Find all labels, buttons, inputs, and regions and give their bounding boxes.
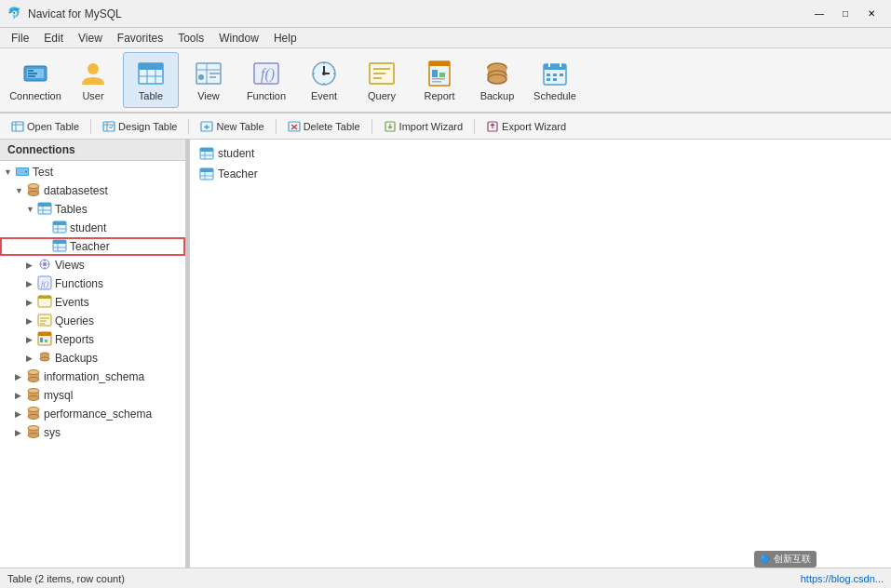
- tree-item-mysql-label: mysql: [44, 389, 73, 402]
- svg-point-120: [28, 425, 39, 430]
- tree-item-sys[interactable]: ▶ sys: [0, 423, 185, 442]
- svg-rect-41: [544, 64, 566, 70]
- toolbar-query[interactable]: Query: [354, 52, 410, 108]
- export-wizard-button[interactable]: Export Wizard: [480, 118, 572, 135]
- toolbar-user[interactable]: User: [65, 52, 121, 108]
- tree-item-reports-label: Reports: [55, 333, 94, 346]
- database-icon: [26, 182, 41, 200]
- toolbar-report[interactable]: Report: [412, 52, 467, 108]
- table-icon: [136, 59, 166, 88]
- list-item-student[interactable]: student: [194, 143, 887, 164]
- open-table-icon: [11, 120, 24, 133]
- main-area: Connections ▼ Test ▼ databasetest ▼: [0, 140, 891, 568]
- svg-point-5: [88, 63, 99, 74]
- tree-item-databasetest[interactable]: ▼ databasetest: [0, 181, 185, 200]
- expand-arrow-test: ▼: [4, 167, 15, 177]
- svg-point-20: [322, 72, 326, 75]
- teacher-table-icon: [199, 167, 214, 181]
- delete-table-icon: [288, 120, 301, 133]
- toolbar-schedule[interactable]: Schedule: [527, 52, 583, 108]
- toolbar-backup[interactable]: Backup: [469, 52, 525, 108]
- database-icon-5: [26, 424, 41, 442]
- menu-favorites[interactable]: Favorites: [110, 30, 170, 47]
- minimize-button[interactable]: —: [807, 5, 831, 23]
- design-table-button[interactable]: Design Table: [97, 118, 182, 135]
- list-item-teacher[interactable]: Teacher: [194, 164, 887, 184]
- tree-item-tables[interactable]: ▼ Tables: [0, 200, 185, 219]
- right-panel: student Teacher: [190, 140, 891, 568]
- toolbar-schedule-label: Schedule: [533, 90, 576, 101]
- toolbar-table[interactable]: Table: [123, 52, 179, 108]
- import-wizard-button[interactable]: Import Wizard: [378, 118, 468, 135]
- svg-rect-47: [547, 78, 550, 81]
- open-table-button[interactable]: Open Table: [6, 118, 85, 135]
- tree-item-queries[interactable]: ▶ Queries: [0, 312, 185, 330]
- table-row-icon: [52, 220, 67, 237]
- toolbar-view[interactable]: View: [181, 52, 236, 108]
- expand-arrow-sys: ▶: [15, 428, 26, 437]
- svg-point-111: [28, 395, 39, 400]
- menu-window[interactable]: Window: [211, 30, 266, 47]
- tree-item-databasetest-label: databasetest: [44, 184, 108, 197]
- events-icon: [37, 294, 52, 312]
- expand-arrow-performance-schema: ▶: [15, 409, 26, 419]
- toolbar-connection[interactable]: Connection: [7, 52, 63, 108]
- new-table-button[interactable]: New Table: [195, 118, 269, 135]
- tree-item-teacher-label: Teacher: [70, 240, 110, 253]
- delete-table-button[interactable]: Delete Table: [282, 118, 366, 135]
- tree-item-backups[interactable]: ▶ Backups: [0, 349, 185, 368]
- menu-bar: File Edit View Favorites Tools Window He…: [0, 28, 891, 48]
- expand-arrow-queries: ▶: [26, 316, 37, 326]
- view-icon: [194, 59, 223, 88]
- tree-item-views[interactable]: ▶ Views: [0, 256, 185, 274]
- watermark-icon: 🔷: [760, 555, 770, 564]
- tree-item-performance-schema[interactable]: ▶ performance_schema: [0, 405, 185, 423]
- svg-rect-31: [432, 70, 438, 77]
- separator-1: [90, 119, 91, 134]
- connections-header: Connections: [0, 140, 185, 161]
- tree-item-teacher[interactable]: ▶ Teacher: [0, 237, 185, 256]
- menu-help[interactable]: Help: [266, 30, 304, 47]
- separator-2: [188, 119, 189, 134]
- svg-point-69: [28, 183, 39, 188]
- new-table-icon: [200, 120, 213, 133]
- expand-arrow-backups: ▶: [26, 354, 37, 363]
- svg-rect-79: [53, 240, 66, 244]
- maximize-button[interactable]: □: [833, 5, 857, 23]
- tree-item-student[interactable]: ▶ student: [0, 219, 185, 237]
- svg-rect-100: [40, 338, 43, 342]
- toolbar-function[interactable]: f() Function: [238, 52, 294, 108]
- import-wizard-icon: [384, 120, 397, 133]
- svg-rect-75: [53, 221, 66, 225]
- separator-4: [371, 119, 372, 134]
- svg-point-108: [28, 369, 39, 374]
- event-icon: [309, 59, 339, 88]
- watermark: 🔷 创新互联: [754, 551, 817, 568]
- tree-item-backups-label: Backups: [55, 352, 98, 365]
- tree-item-events[interactable]: ▶ Events: [0, 293, 185, 312]
- separator-5: [474, 119, 475, 134]
- menu-tools[interactable]: Tools: [170, 30, 211, 47]
- status-left: Table (2 items, row count): [7, 573, 125, 584]
- svg-rect-126: [200, 168, 213, 172]
- report-icon: [425, 59, 454, 88]
- views-icon: [37, 257, 52, 274]
- toolbar-event-label: Event: [311, 90, 337, 101]
- tree-item-information-schema[interactable]: ▶ information_schema: [0, 368, 185, 386]
- tree-item-mysql[interactable]: ▶ mysql: [0, 386, 185, 405]
- tree-item-functions[interactable]: ▶ f() Functions: [0, 274, 185, 293]
- svg-rect-2: [28, 70, 34, 72]
- tree-item-test[interactable]: ▼ Test: [0, 163, 185, 181]
- menu-file[interactable]: File: [4, 30, 36, 47]
- tree-item-information-schema-label: information_schema: [44, 370, 144, 383]
- design-table-icon: [102, 120, 115, 133]
- toolbar-event[interactable]: Event: [296, 52, 352, 108]
- database-icon-3: [26, 387, 41, 405]
- menu-view[interactable]: View: [71, 30, 110, 47]
- svg-point-119: [28, 433, 39, 437]
- toolbar-report-label: Report: [424, 90, 454, 101]
- tree-item-reports[interactable]: ▶ Reports: [0, 330, 185, 349]
- menu-edit[interactable]: Edit: [36, 30, 71, 47]
- close-button[interactable]: ✕: [859, 5, 884, 23]
- svg-point-39: [488, 74, 506, 84]
